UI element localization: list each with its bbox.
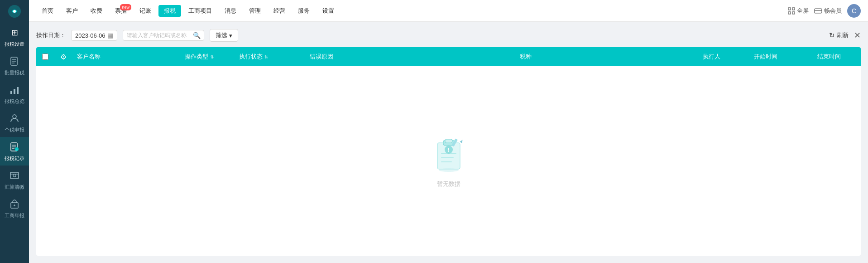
huisuan-jiaona-icon — [8, 169, 21, 182]
nav-item-piaoju[interactable]: 票据 new — [110, 5, 132, 17]
sidebar-item-label: 报税总览 — [5, 98, 24, 105]
svg-rect-26 — [815, 9, 822, 13]
refresh-button[interactable]: ↻ 刷新 — [829, 31, 849, 39]
svg-point-38 — [439, 168, 459, 172]
sidebar-item-label: 报税设置 — [5, 41, 24, 48]
nav-item-baoshui[interactable]: 报税 — [158, 5, 181, 17]
sidebar-item-label: 工商年报 — [5, 212, 24, 219]
svg-point-9 — [13, 115, 16, 118]
svg-rect-23 — [792, 8, 795, 10]
sidebar-item-gesui-shenbao[interactable]: 个税申报 — [0, 108, 29, 137]
calendar-icon: ▦ — [107, 32, 113, 39]
gongshang-nianbao-icon — [8, 198, 21, 210]
piliang-baoshui-icon — [8, 55, 21, 68]
date-value: 2023-06-06 — [75, 32, 106, 39]
refresh-icon: ↻ — [829, 31, 835, 39]
svg-rect-16 — [10, 172, 19, 179]
date-label: 操作日期： — [36, 31, 66, 39]
new-badge: new — [120, 4, 131, 10]
table-body-empty: ! 暂无数据 — [36, 66, 861, 256]
fullscreen-icon — [788, 7, 795, 15]
nav-items: 首页 客户 收费 票据 new 记账 报税 工商项目 消息 管理 经营 服务 设… — [36, 5, 788, 17]
date-input-wrap[interactable]: 2023-06-06 ▦ — [71, 30, 117, 41]
sidebar-item-baoshui-zonlan[interactable]: 报税总览 — [0, 80, 29, 108]
content-area: 操作日期： 2023-06-06 ▦ 🔍 筛选 ▾ ↻ 刷新 — [29, 22, 868, 263]
app-logo — [0, 0, 29, 23]
nav-item-fuwu[interactable]: 服务 — [293, 5, 315, 17]
th-zhixing-zhuangtai[interactable]: 执行状态 ⇅ — [226, 53, 281, 61]
sort-icon: ⇅ — [264, 54, 268, 59]
nav-item-shouye[interactable]: 首页 — [36, 5, 59, 17]
sort-icon: ⇅ — [210, 54, 214, 59]
search-input[interactable] — [127, 32, 190, 39]
chevron-down-icon: ▾ — [229, 32, 232, 39]
main-area: 首页 客户 收费 票据 new 记账 报税 工商项目 消息 管理 经营 服务 设… — [29, 0, 868, 263]
member-button[interactable]: 畅会员 — [814, 7, 842, 15]
svg-marker-37 — [460, 139, 464, 143]
baoshui-jilu-icon: ✓ — [8, 141, 21, 153]
empty-text: 暂无数据 — [437, 180, 460, 188]
nav-item-shoufei[interactable]: 收费 — [85, 5, 108, 17]
search-icon[interactable]: 🔍 — [193, 32, 201, 39]
top-nav: 首页 客户 收费 票据 new 记账 报税 工商项目 消息 管理 经营 服务 设… — [29, 0, 868, 22]
th-checkbox[interactable] — [36, 54, 54, 60]
th-jieshu-shijian: 结束时间 — [797, 53, 861, 61]
sidebar-item-baoshui-jilu[interactable]: ✓ 报税记录 — [0, 137, 29, 166]
data-table: ⚙ 客户名称 操作类型 ⇅ 执行状态 ⇅ 错误原因 — [36, 47, 861, 256]
member-icon — [814, 7, 822, 15]
th-caozuo-leixing[interactable]: 操作类型 ⇅ — [172, 53, 226, 61]
nav-item-xiaoxi[interactable]: 消息 — [219, 5, 242, 17]
search-input-wrap[interactable]: 🔍 — [123, 30, 204, 41]
th-zhixing-ren: 执行人 — [689, 53, 734, 61]
svg-rect-6 — [10, 91, 12, 94]
select-all-checkbox[interactable] — [42, 54, 48, 60]
nav-item-kehu[interactable]: 客户 — [61, 5, 83, 17]
user-avatar[interactable]: C — [847, 4, 861, 18]
svg-point-1 — [13, 10, 16, 13]
sidebar-item-label: 批量报税 — [5, 69, 24, 76]
refresh-label: 刷新 — [837, 31, 849, 39]
toolbar-right: ↻ 刷新 ✕ — [829, 31, 861, 39]
svg-rect-22 — [788, 8, 791, 10]
nav-item-jizhang[interactable]: 记账 — [134, 5, 157, 17]
nav-item-guanli[interactable]: 管理 — [244, 5, 266, 17]
sidebar-item-baoshui-shezhi[interactable]: ⊞ 报税设置 — [0, 23, 29, 51]
toolbar: 操作日期： 2023-06-06 ▦ 🔍 筛选 ▾ ↻ 刷新 — [36, 29, 861, 42]
sidebar-item-label: 报税记录 — [5, 155, 24, 162]
th-cuowu-yuanyin: 错误原因 — [281, 53, 362, 61]
svg-rect-24 — [788, 12, 791, 14]
settings-icon[interactable]: ⚙ — [60, 53, 67, 61]
svg-rect-8 — [17, 87, 19, 94]
baoshui-shezhi-icon: ⊞ — [8, 26, 21, 39]
empty-state-svg: ! — [431, 134, 467, 175]
svg-text:✓: ✓ — [16, 148, 18, 151]
filter-label: 筛选 — [216, 31, 227, 39]
fullscreen-label: 全屏 — [797, 7, 809, 15]
table-header: ⚙ 客户名称 操作类型 ⇅ 执行状态 ⇅ 错误原因 — [36, 47, 861, 66]
sidebar-item-label: 汇算清缴 — [5, 184, 24, 190]
nav-item-jingying[interactable]: 经营 — [268, 5, 291, 17]
svg-rect-7 — [14, 89, 15, 94]
nav-item-shezhi[interactable]: 设置 — [317, 5, 340, 17]
th-shuizhong: 税种 — [362, 53, 689, 61]
svg-point-17 — [13, 174, 16, 177]
th-settings[interactable]: ⚙ — [54, 53, 72, 61]
nav-item-gongshang-xiangmu[interactable]: 工商项目 — [183, 5, 217, 17]
th-kaishi-shijian: 开始时间 — [734, 53, 797, 61]
close-button[interactable]: ✕ — [854, 31, 861, 39]
gesui-shenbao-icon — [8, 112, 21, 125]
sidebar-item-huisuan-jiaona[interactable]: 汇算清缴 — [0, 166, 29, 194]
sidebar: ⊞ 报税设置 批量报税 报税总览 — [0, 0, 29, 263]
baoshui-zonlan-icon — [8, 83, 21, 96]
svg-rect-25 — [792, 12, 795, 14]
sidebar-item-label: 个税申报 — [5, 127, 24, 133]
svg-rect-30 — [445, 139, 452, 143]
empty-illustration: ! 暂无数据 — [431, 134, 467, 188]
fullscreen-button[interactable]: 全屏 — [788, 7, 809, 15]
page-content: 操作日期： 2023-06-06 ▦ 🔍 筛选 ▾ ↻ 刷新 — [29, 22, 868, 263]
sidebar-item-piliang-baoshui[interactable]: 批量报税 — [0, 51, 29, 80]
th-kehu-mingcheng: 客户名称 — [72, 53, 172, 61]
sidebar-item-gongshang-nianbao[interactable]: 工商年报 — [0, 194, 29, 223]
filter-button[interactable]: 筛选 ▾ — [210, 29, 238, 42]
top-nav-right: 全屏 畅会员 C — [788, 4, 861, 18]
